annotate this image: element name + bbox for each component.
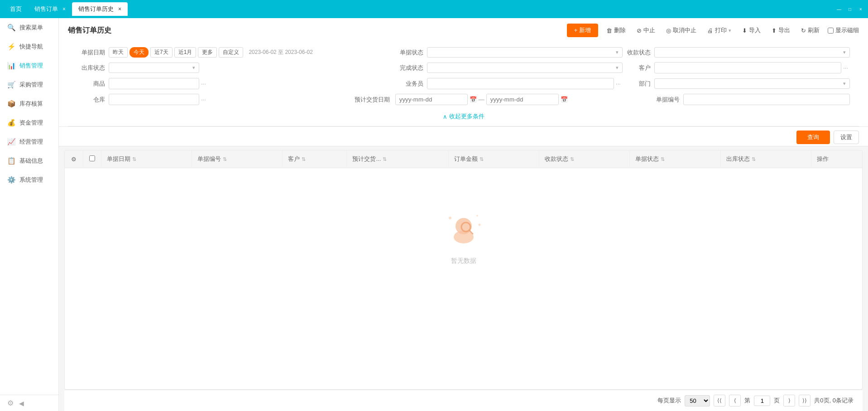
collapse-row[interactable]: ∧ 收起更多条件 [77,110,850,121]
date-dash: — [479,96,484,103]
payment-status-select[interactable]: ▾ [654,47,850,58]
date-filter-label: 单据日期 [77,48,109,57]
sidebar-item-quick-nav-label: 快捷导航 [19,43,43,51]
page-num-input[interactable] [754,396,770,406]
delete-icon: 🗑 [606,27,612,34]
page-first-button[interactable]: ⟨⟨ [714,395,725,406]
warehouse-dots-icon[interactable]: ··· [199,96,208,103]
sidebar-item-finance[interactable]: 💰 资金管理 [0,113,58,132]
tab-sales-order[interactable]: 销售订单 × [28,2,72,16]
calendar-end-icon[interactable]: 📅 [561,96,568,103]
salesperson-dots-icon[interactable]: ··· [614,80,623,87]
date-btn-custom[interactable]: 自定义 [219,47,243,58]
delete-button[interactable]: 🗑 删除 [604,24,628,36]
sidebar-item-inventory[interactable]: 📦 库存核算 [0,94,58,113]
sidebar-item-purchase-mgmt[interactable]: 🛒 采购管理 [0,75,58,94]
window-maximize[interactable]: □ [846,5,854,13]
page-size-select[interactable]: 50 10 20 100 [685,395,710,406]
calendar-start-icon[interactable]: 📅 [470,96,477,103]
refresh-button[interactable]: ↻ 刷新 [798,24,822,36]
sidebar-collapse-icon[interactable]: ◀ [19,400,24,407]
collapse-label: 收起更多条件 [449,112,484,121]
filter-row-1: 单据日期 昨天 今天 近7天 近1月 更多 自定义 2023-06-02 至 2… [77,47,850,58]
th-customer[interactable]: 客户 ⇅ [283,150,347,168]
th-order-no[interactable]: 单据编号 ⇅ [192,150,282,168]
display-cols-checkbox[interactable]: 显示磁细 [828,26,859,34]
stop-button[interactable]: ⊘ 中止 [634,24,658,36]
tab-sales-order-history-close[interactable]: × [118,6,121,12]
tab-home[interactable]: 首页 [4,2,28,16]
warehouse-input[interactable] [109,94,199,105]
th-date[interactable]: 单据日期 ⇅ [101,150,192,168]
sidebar-item-system[interactable]: ⚙️ 系统管理 [0,170,58,189]
refresh-label: 刷新 [808,26,820,34]
sidebar-settings-icon[interactable]: ⚙ [7,399,14,407]
order-no-input[interactable] [683,94,850,105]
goods-dots-icon[interactable]: ··· [199,80,208,87]
completion-status-select[interactable]: ▾ [427,63,623,73]
date-btn-more[interactable]: 更多 [198,47,217,58]
cancel-stop-button[interactable]: ◎ 取消中止 [663,24,699,36]
new-button[interactable]: + 新增 [567,24,598,37]
select-all-checkbox[interactable] [89,155,95,161]
delivery-date-label: 预计交货日期 [355,96,393,104]
sidebar-item-operations-label: 经营管理 [19,138,43,146]
total-label: 共0页, 0条记录 [814,396,854,405]
delivery-date-end[interactable] [486,94,559,105]
th-order-status[interactable]: 单据状态 ⇅ [630,150,720,168]
tab-sales-order-close[interactable]: × [62,6,66,12]
th-payment-status-label: 收款状态 [545,155,568,163]
window-close[interactable]: × [857,5,864,13]
display-cols-input[interactable] [828,28,834,34]
delivery-date-start[interactable] [395,94,468,105]
th-payment-status[interactable]: 收款状态 ⇅ [539,150,630,168]
query-button[interactable]: 查询 [796,131,830,144]
sidebar-item-quick-nav[interactable]: ⚡ 快捷导航 [0,37,58,56]
th-settings[interactable]: ⚙ [65,150,83,168]
date-btn-today[interactable]: 今天 [129,47,149,58]
sidebar-item-sales-mgmt[interactable]: 📊 销售管理 [0,56,58,75]
print-button[interactable]: 🖨 打印 ▾ [705,24,734,36]
window-controls: — □ × [835,5,864,13]
import-button[interactable]: ⬇ 导入 [739,24,763,36]
page-last-button[interactable]: ⟩⟩ [799,395,810,406]
sidebar-item-sales-mgmt-label: 销售管理 [19,62,43,70]
customer-input[interactable] [654,62,841,73]
department-select[interactable]: ▾ [654,78,850,89]
collapse-up-icon: ∧ [443,113,447,120]
goods-input[interactable] [109,78,199,89]
th-order-no-sort-icon: ⇅ [223,156,227,162]
window-minimize[interactable]: — [835,5,843,13]
goods-filter-label: 商品 [77,80,109,88]
table-settings-icon[interactable]: ⚙ [71,156,77,163]
th-order-status-label: 单据状态 [635,155,659,163]
tab-sales-order-history[interactable]: 销售订单历史 × [72,2,128,16]
th-delivery-status[interactable]: 出库状态 ⇅ [720,150,811,168]
payment-status-filter-col: 收款状态 ▾ [623,47,850,58]
department-filter-label: 部门 [623,80,654,88]
th-expected-delivery-sort-icon: ⇅ [383,156,387,162]
salesperson-input[interactable] [427,78,614,89]
page-next-button[interactable]: ⟩ [783,395,795,406]
date-btn-7days[interactable]: 近7天 [150,47,173,58]
date-btn-yesterday[interactable]: 昨天 [109,47,128,58]
date-filter-value: 昨天 今天 近7天 近1月 更多 自定义 2023-06-02 至 2023-0… [109,47,395,58]
page-prev-button[interactable]: ⟨ [729,395,741,406]
sidebar-item-search-menu[interactable]: 🔍 搜索菜单 [0,18,58,37]
th-checkbox[interactable] [83,150,101,168]
empty-cell: 暂无数据 [65,168,862,302]
delivery-status-select[interactable]: ▾ [109,63,199,73]
export-label: 导出 [778,26,790,34]
order-status-select[interactable]: ▾ [427,47,623,58]
svg-point-4 [449,217,451,219]
sidebar-item-basic-info[interactable]: 📋 基础信息 [0,151,58,170]
export-button[interactable]: ⬆ 导出 [769,24,793,36]
th-order-amount[interactable]: 订单金额 ⇅ [448,150,539,168]
empty-svg [436,204,491,250]
date-btn-1month[interactable]: 近1月 [174,47,197,58]
th-expected-delivery[interactable]: 预计交货... ⇅ [347,150,448,168]
customer-dots-icon[interactable]: ··· [841,64,850,71]
settings-button[interactable]: 设置 [834,131,859,144]
th-customer-label: 客户 [288,155,300,163]
sidebar-item-operations[interactable]: 📈 经营管理 [0,132,58,151]
